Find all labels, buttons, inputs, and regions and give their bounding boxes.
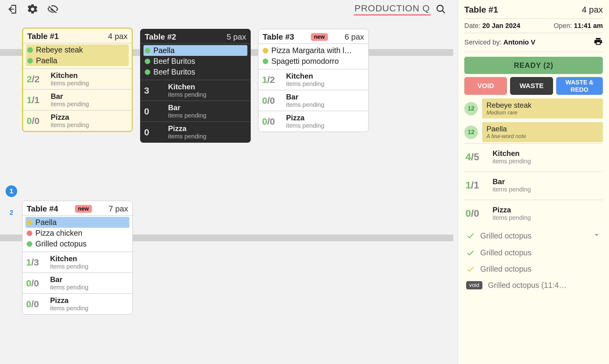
order-item[interactable]: Paella — [26, 217, 129, 228]
order-item[interactable]: Spagetti pomodorro — [261, 56, 365, 67]
search-icon[interactable] — [435, 3, 447, 15]
status-dot-icon — [27, 241, 32, 247]
card-header: Table #2 5 pax — [140, 29, 250, 44]
table-name: Table #3 — [263, 32, 294, 42]
course-marker-2[interactable]: 2 — [6, 207, 17, 219]
item-name: Rebeye steak — [486, 101, 599, 110]
item-text: Beef Buritos — [153, 57, 195, 66]
selected-item[interactable]: 12 Rebeye steakMedium rare — [464, 99, 603, 118]
done-item-text: Grilled octopus — [480, 248, 532, 257]
panel-meta: Date: 20 Jan 2024 Open: 11:41 am — [464, 18, 603, 33]
order-item[interactable]: Beef Buritos — [143, 67, 247, 77]
status-dot-icon — [27, 220, 32, 225]
selected-item[interactable]: 12 PaellaA few-word note — [464, 122, 603, 142]
item-text: Rebeye steak — [36, 45, 83, 54]
course-marker-1[interactable]: 1 — [6, 185, 17, 197]
item-text: Paella — [153, 46, 175, 55]
topbar: PRODUCTION Q — [0, 0, 453, 18]
item-text: Beef Buritos — [153, 68, 195, 76]
pax-count: 4 pax — [108, 32, 128, 41]
check-icon — [466, 249, 475, 257]
item-name: Paella — [486, 125, 599, 133]
done-item-row[interactable]: void Grilled octopus (11:4… — [464, 277, 603, 293]
pax-count: 7 pax — [108, 204, 128, 214]
status-dot-icon — [27, 230, 32, 236]
station-row[interactable]: 0/0Pizzaitems pending — [23, 110, 132, 131]
item-text: Pizza chicken — [35, 229, 82, 238]
done-item-row[interactable]: Grilled octopus — [464, 245, 603, 261]
order-item[interactable]: Pizza Margarita with l… — [261, 45, 365, 56]
order-card-table-3[interactable]: Table #3 new 6 pax Pizza Margarita with … — [258, 29, 369, 132]
view-label[interactable]: PRODUCTION Q — [354, 3, 430, 16]
status-dot-icon — [145, 48, 150, 53]
order-item[interactable]: Paella — [143, 45, 247, 56]
status-dot-icon — [145, 69, 150, 75]
panel-station-row[interactable]: 4/5Kitchenitems pending — [464, 143, 603, 170]
order-item[interactable]: Rebeye steak — [26, 45, 129, 55]
waste-button[interactable]: WASTE — [510, 77, 553, 95]
station-row[interactable]: 1/3Kitchenitems pending — [22, 252, 132, 273]
card-header: Table #1 4 pax — [23, 29, 132, 43]
order-item[interactable]: Pizza chicken — [26, 228, 129, 238]
card-header: Table #4 new 7 pax — [22, 201, 132, 215]
items-box: Paella Pizza chicken Grilled octopus — [22, 215, 132, 252]
status-dot-icon — [145, 59, 150, 64]
panel-station-row[interactable]: 0/0Pizzaitems pending — [464, 200, 603, 227]
gear-icon[interactable] — [26, 3, 39, 15]
station-row[interactable]: 1/1Baritems pending — [23, 89, 132, 110]
panel-station-row[interactable]: 1/1Baritems pending — [464, 172, 603, 199]
item-text: Paella — [36, 56, 57, 65]
check-icon — [466, 231, 475, 240]
new-badge: new — [311, 33, 328, 41]
status-dot-icon — [27, 58, 33, 64]
panel-title: Table #1 — [464, 5, 498, 15]
station-row[interactable]: 2/2Kitchenitems pending — [23, 68, 132, 89]
eye-off-icon[interactable] — [47, 3, 59, 15]
status-dot-icon — [263, 59, 268, 64]
order-card-table-4[interactable]: Table #4 new 7 pax Paella Pizza chicken … — [22, 201, 133, 315]
station-row[interactable]: 0/0Baritems pending — [22, 273, 132, 293]
station-row[interactable]: 0/0Pizzaitems pending — [22, 293, 132, 314]
panel-served-by: Serviced by: Antonio V — [464, 33, 603, 52]
order-board: 1 2 Table #1 4 pax Rebeye steak Paella 2… — [0, 21, 453, 364]
order-card-table-1[interactable]: Table #1 4 pax Rebeye steak Paella 2/2Ki… — [22, 28, 133, 132]
item-text: Grilled octopus — [35, 239, 87, 248]
station-row[interactable]: 0/0Baritems pending — [258, 90, 368, 111]
check-icon — [466, 265, 475, 273]
card-header: Table #3 new 6 pax — [258, 29, 368, 44]
item-text: Pizza Margarita with l… — [271, 46, 352, 55]
done-item-row[interactable]: Grilled octopus — [464, 261, 603, 277]
print-icon[interactable] — [594, 37, 603, 48]
done-item-text: Grilled octopus (11:4… — [488, 281, 567, 290]
order-item[interactable]: Paella — [26, 55, 129, 66]
waste-redo-button[interactable]: WASTE & REDO — [556, 77, 603, 95]
new-badge: new — [75, 205, 92, 213]
station-row[interactable]: 0Pizzaitems pending — [140, 122, 250, 142]
item-text: Spagetti pomodorro — [271, 57, 339, 66]
items-box: Pizza Margarita with l… Spagetti pomodor… — [258, 44, 368, 69]
order-item[interactable]: Beef Buritos — [143, 56, 247, 67]
void-button[interactable]: VOID — [464, 77, 507, 95]
item-note: Medium rare — [486, 110, 599, 116]
topbar-left-icons — [6, 3, 59, 15]
station-row[interactable]: 1/2Kitchenitems pending — [258, 69, 368, 90]
table-name: Table #1 — [27, 32, 59, 41]
station-row[interactable]: 0/0Pizzaitems pending — [258, 111, 368, 132]
order-item[interactable]: Grilled octopus — [26, 238, 129, 249]
item-count-badge: 12 — [464, 126, 478, 139]
ready-button[interactable]: READY (2) — [464, 57, 603, 74]
void-pill: void — [466, 281, 482, 289]
table-name: Table #4 — [27, 204, 58, 214]
exit-icon[interactable] — [6, 3, 18, 15]
station-row[interactable]: 0Baritems pending — [140, 101, 250, 122]
done-item-row[interactable]: Grilled octopus — [464, 227, 603, 245]
item-note: A few-word note — [486, 133, 599, 140]
status-dot-icon — [27, 47, 33, 53]
chevron-down-icon[interactable] — [592, 230, 601, 241]
station-row[interactable]: 3Kitchenitems pending — [140, 80, 250, 101]
done-item-text: Grilled octopus — [480, 231, 532, 240]
pax-count: 6 pax — [344, 32, 364, 42]
order-card-table-2[interactable]: Table #2 5 pax Paella Beef Buritos Beef … — [140, 29, 251, 143]
item-count-badge: 12 — [464, 102, 478, 115]
pax-count: 5 pax — [226, 32, 246, 42]
